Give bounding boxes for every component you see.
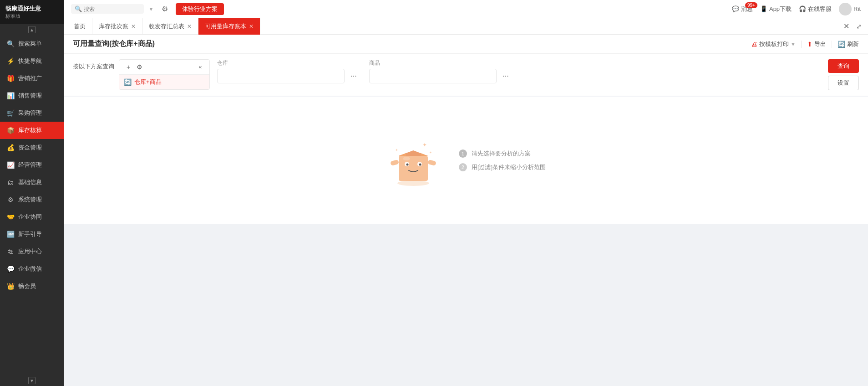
newbie-nav-icon: 🆕 [6,230,15,238]
app-download-button[interactable]: 📱 App下载 [760,5,792,13]
chevron-down-icon: ▼ [148,6,154,12]
close-icon[interactable]: ✕ [249,24,254,29]
sidebar-item-sales-label: 销售管理 [18,92,42,100]
user-menu[interactable]: Rit [839,3,861,15]
product-input[interactable] [369,69,497,83]
wechat-nav-icon: 💬 [6,265,15,273]
sidebar-item-inventory[interactable]: 📦 库存核算 [0,122,64,139]
filter-buttons: 查询 设置 [828,59,859,90]
finance-nav-icon: 💰 [6,144,15,152]
close-icon[interactable]: ✕ [131,24,136,29]
inventory-nav-icon: 📦 [6,126,15,134]
sidebar-item-marketing[interactable]: 🎁 营销推广 [0,70,64,87]
tab-home[interactable]: 首页 [67,18,92,35]
sidebar-item-purchase[interactable]: 🛒 采购管理 [0,104,64,122]
sidebar-item-finance[interactable]: 💰 资金管理 [0,139,64,156]
empty-tip-2: 2 用[过滤]条件来缩小分析范围 [459,163,546,171]
message-icon: 💬 [732,5,739,12]
svg-point-8 [403,157,410,160]
topbar-search-box[interactable]: 🔍 [71,4,144,14]
scheme-icon: 🔄 [124,78,132,86]
sidebar-item-search[interactable]: 🔍 搜索菜单 [0,35,64,52]
product-input-group: ··· [369,69,512,83]
sidebar-item-wechat[interactable]: 💬 企业微信 [0,260,64,278]
manage-scheme-button[interactable]: ⚙ [135,62,144,72]
svg-point-0 [397,180,429,186]
tip-number-1: 1 [459,149,467,158]
sidebar-item-basic[interactable]: 🗂 基础信息 [0,174,64,191]
export-button[interactable]: ⬆ 导出 [807,40,826,48]
svg-text:✦: ✦ [395,148,398,152]
sidebar-item-operations[interactable]: 📈 经营管理 [0,156,64,174]
product-label: 商品 [369,59,512,67]
tab-receipt-summary-label: 收发存汇总表 [149,22,184,31]
svg-rect-6 [390,160,399,166]
add-scheme-button[interactable]: + [124,62,133,72]
sidebar: 畅康通好生意 标准版 ▲ 🔍 搜索菜单 ⚡ 快捷导航 🎁 营销推广 📊 销售管理… [0,0,64,386]
search-input[interactable] [84,6,129,12]
tab-available-ledger[interactable]: 可用量库存账本 ✕ [198,18,260,35]
expand-tab-button[interactable]: ⤢ [853,21,864,32]
sidebar-item-member[interactable]: 👑 畅会员 [0,278,64,295]
warehouse-input[interactable] [217,69,345,83]
scheme-item-label: 仓库+商品 [134,78,162,86]
avatar [839,3,852,15]
sidebar-item-shortcuts[interactable]: ⚡ 快捷导航 [0,52,64,70]
brand-name: 畅康通好生意 [5,5,58,13]
tab-batch-ledger[interactable]: 库存批次账 ✕ [92,18,142,35]
page-header-actions: 🖨 按模板打印 ▼ ⬆ 导出 🔄 刷新 [751,40,859,48]
basic-nav-icon: 🗂 [6,178,15,186]
headset-icon: 🎧 [799,5,806,12]
sidebar-scroll-up[interactable]: ▲ [28,26,36,33]
svg-text:✦: ✦ [422,142,427,148]
warehouse-more-button[interactable]: ··· [347,70,360,82]
tip-text-1: 请先选择要分析的方案 [472,149,531,158]
enterprise-nav-icon: 🤝 [6,213,15,221]
sidebar-item-enterprise-label: 企业协同 [18,213,42,221]
sidebar-scroll-down[interactable]: ▼ [28,377,36,384]
settings-button[interactable]: 设置 [828,76,859,90]
close-icon[interactable]: ✕ [187,24,192,29]
empty-tips: 1 请先选择要分析的方案 2 用[过滤]条件来缩小分析范围 [459,149,546,171]
divider [832,41,832,48]
message-button[interactable]: 💬 消息 99+ [732,5,753,13]
page-header: 可用量查询(按仓库+商品) 🖨 按模板打印 ▼ ⬆ 导出 🔄 刷新 [64,35,868,54]
sidebar-item-enterprise[interactable]: 🤝 企业协同 [0,208,64,226]
sidebar-nav: 🔍 搜索菜单 ⚡ 快捷导航 🎁 营销推广 📊 销售管理 🛒 采购管理 📦 库存核… [0,35,64,375]
sidebar-item-sales[interactable]: 📊 销售管理 [0,87,64,104]
query-button[interactable]: 查询 [828,59,859,73]
scheme-warehouse-product[interactable]: 🔄 仓库+商品 [119,75,209,89]
sidebar-item-appstore-label: 应用中心 [18,247,42,256]
industry-solution-button[interactable]: 体验行业方案 [176,3,224,15]
search-nav-icon: 🔍 [6,40,15,48]
search-icon: 🔍 [75,5,82,12]
shortcuts-nav-icon: ⚡ [6,57,15,65]
sidebar-item-newbie[interactable]: 🆕 新手引导 [0,226,64,243]
member-nav-icon: 👑 [6,282,15,290]
print-button[interactable]: 🖨 按模板打印 ▼ [751,40,796,48]
tab-available-ledger-label: 可用量库存账本 [205,22,246,31]
refresh-button[interactable]: 🔄 刷新 [838,40,859,48]
product-more-button[interactable]: ··· [499,70,512,82]
sidebar-item-appstore[interactable]: 🛍 应用中心 [0,243,64,260]
phone-icon: 📱 [760,5,767,12]
purchase-nav-icon: 🛒 [6,109,15,117]
sidebar-item-system-label: 系统管理 [18,196,42,204]
sidebar-item-wechat-label: 企业微信 [18,265,42,273]
page-content: 可用量查询(按仓库+商品) 🖨 按模板打印 ▼ ⬆ 导出 🔄 刷新 [64,35,868,386]
empty-illustration: ✦ ✦ ✦ [386,133,441,188]
close-tab-button[interactable]: ✕ [841,21,852,32]
filter-label: 按以下方案查询 [73,59,114,74]
sidebar-item-marketing-label: 营销推广 [18,74,42,82]
settings-icon[interactable]: ⚙ [158,3,171,15]
tab-receipt-summary[interactable]: 收发存汇总表 ✕ [142,18,198,35]
sidebar-item-system[interactable]: ⚙ 系统管理 [0,191,64,208]
sidebar-item-shortcuts-label: 快捷导航 [18,57,42,65]
filter-scheme-header: + ⚙ « [119,60,209,75]
svg-rect-1 [399,156,428,181]
online-service-button[interactable]: 🎧 在线客服 [799,5,832,13]
collapse-scheme-button[interactable]: « [196,62,205,72]
filter-area: 按以下方案查询 + ⚙ « 🔄 仓库+商品 仓库 [64,54,868,96]
tabs-actions: ✕ ⤢ [841,21,864,32]
svg-point-4 [406,164,408,166]
